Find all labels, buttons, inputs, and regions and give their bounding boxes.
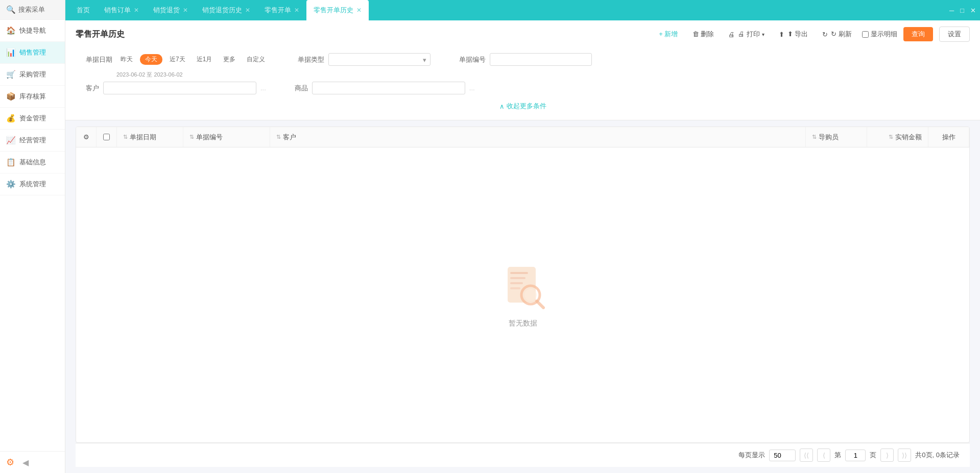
date-btn-yesterday[interactable]: 昨天 bbox=[116, 54, 137, 65]
money-icon: 💰 bbox=[6, 114, 15, 123]
window-maximize-btn[interactable]: □ bbox=[960, 7, 964, 14]
tab-sales-order-close[interactable]: ✕ bbox=[134, 7, 139, 14]
th-date-label: 单据日期 bbox=[130, 133, 156, 142]
th-settings[interactable]: ⚙ bbox=[76, 127, 97, 147]
sidebar-item-label: 基础信息 bbox=[19, 158, 46, 167]
add-button[interactable]: + 新增 bbox=[655, 28, 682, 41]
window-close-btn[interactable]: ✕ bbox=[970, 7, 976, 14]
first-page-btn[interactable]: ⟨⟨ bbox=[800, 449, 813, 462]
tab-sales-return[interactable]: 销货退货 ✕ bbox=[146, 0, 195, 20]
svg-rect-4 bbox=[510, 287, 520, 289]
filter-row-1: 单据日期 昨天 今天 近7天 近1月 更多 自定义 单据类型 bbox=[86, 53, 960, 66]
tabs-bar: 首页 销售订单 ✕ 销货退货 ✕ 销货退货历史 ✕ 零售开单 ✕ 零售开单历史 … bbox=[65, 0, 980, 20]
tab-sales-return-close[interactable]: ✕ bbox=[183, 7, 188, 14]
date-btn-custom[interactable]: 自定义 bbox=[243, 54, 269, 65]
collapse-sidebar-icon[interactable]: ◀ bbox=[22, 458, 29, 467]
tab-retail-open-history-label: 零售开单历史 bbox=[314, 6, 353, 15]
order-type-select[interactable] bbox=[328, 53, 431, 66]
print-dropdown-icon: ▾ bbox=[762, 32, 764, 37]
toolbar: + 新增 🗑 删除 🖨 🖨 打印 ▾ ⬆ ⬆ 导出 ↻ ↻ 刷新 bbox=[655, 27, 970, 42]
search-menu-item[interactable]: 🔍 搜索采单 bbox=[0, 0, 65, 20]
date-btn-more[interactable]: 更多 bbox=[219, 54, 240, 65]
tab-sales-return-history-label: 销货退货历史 bbox=[202, 6, 242, 15]
order-type-label: 单据类型 bbox=[298, 55, 324, 64]
page-title-row: 零售开单历史 + 新增 🗑 删除 🖨 🖨 打印 ▾ ⬆ ⬆ 导出 ↻ bbox=[76, 27, 970, 42]
collapse-icon: ∧ bbox=[499, 103, 505, 110]
goods-input[interactable] bbox=[312, 82, 465, 94]
th-customer-label: 客户 bbox=[283, 133, 296, 142]
tab-sales-return-history-close[interactable]: ✕ bbox=[245, 7, 250, 14]
tab-home-label: 首页 bbox=[77, 6, 90, 15]
trend-icon: 📈 bbox=[6, 136, 15, 145]
page-number-input[interactable] bbox=[845, 450, 866, 461]
table-header: ⚙ ⇅ 单据日期 ⇅ 单据编号 ⇅ 客户 bbox=[76, 127, 969, 147]
tab-home[interactable]: 首页 bbox=[69, 0, 97, 20]
th-amount[interactable]: ⇅ 实销金额 bbox=[867, 127, 928, 147]
filter-dates: 昨天 今天 近7天 近1月 更多 自定义 bbox=[116, 54, 269, 65]
page-label-suffix: 页 bbox=[870, 451, 876, 460]
export-button[interactable]: ⬆ ⬆ 导出 bbox=[775, 28, 812, 41]
prev-page-btn[interactable]: ⟨ bbox=[817, 449, 830, 462]
select-all-checkbox[interactable] bbox=[103, 134, 110, 140]
customer-filter: 客户 ... bbox=[86, 82, 266, 94]
refresh-icon: ↻ bbox=[822, 31, 828, 38]
print-icon: 🖨 bbox=[728, 31, 735, 38]
query-button[interactable]: 查询 bbox=[903, 27, 933, 41]
date-btn-7days[interactable]: 近7天 bbox=[165, 54, 189, 65]
filter-row-2: 客户 ... 商品 ... bbox=[86, 82, 960, 94]
order-no-input[interactable] bbox=[490, 53, 592, 66]
tab-retail-open-label: 零售开单 bbox=[265, 6, 291, 15]
display-detail-checkbox-label[interactable]: 显示明细 bbox=[862, 30, 897, 39]
th-action-label: 操作 bbox=[942, 133, 955, 142]
print-button[interactable]: 🖨 🖨 打印 ▾ bbox=[724, 28, 769, 41]
settings-button[interactable]: 设置 bbox=[939, 27, 970, 42]
last-page-btn[interactable]: ⟩⟩ bbox=[898, 449, 911, 462]
sidebar-item-label: 资金管理 bbox=[19, 114, 46, 123]
tab-sales-order-label: 销售订单 bbox=[104, 6, 131, 15]
sidebar-item-stock-calc[interactable]: 📦 库存核算 bbox=[0, 86, 65, 108]
svg-rect-3 bbox=[510, 282, 523, 284]
collapse-filter-btn[interactable]: ∧ 收起更多条件 bbox=[86, 99, 960, 115]
settings-bottom-icon[interactable]: ⚙ bbox=[6, 457, 14, 468]
sidebar-item-operations-mgmt[interactable]: 📈 经营管理 bbox=[0, 130, 65, 152]
date-btn-today[interactable]: 今天 bbox=[140, 54, 162, 65]
sidebar-item-system-mgmt[interactable]: ⚙️ 系统管理 bbox=[0, 173, 65, 195]
date-filter: 单据日期 昨天 今天 近7天 近1月 更多 自定义 bbox=[86, 54, 269, 65]
table-area: ⚙ ⇅ 单据日期 ⇅ 单据编号 ⇅ 客户 bbox=[65, 120, 980, 473]
refresh-button[interactable]: ↻ ↻ 刷新 bbox=[818, 28, 856, 41]
next-page-btn[interactable]: ⟩ bbox=[880, 449, 894, 462]
th-customer[interactable]: ⇅ 客户 bbox=[270, 127, 806, 147]
sidebar-item-finance-mgmt[interactable]: 💰 资金管理 bbox=[0, 108, 65, 130]
tab-retail-open-history[interactable]: 零售开单历史 ✕ bbox=[306, 0, 369, 20]
tab-sales-order[interactable]: 销售订单 ✕ bbox=[97, 0, 146, 20]
table-body: 暂无数据 bbox=[76, 147, 969, 442]
sidebar-item-label: 采购管理 bbox=[19, 70, 46, 79]
th-date[interactable]: ⇅ 单据日期 bbox=[117, 127, 183, 147]
sidebar-item-purchase-mgmt[interactable]: 🛒 采购管理 bbox=[0, 64, 65, 86]
date-btn-1month[interactable]: 近1月 bbox=[193, 54, 217, 65]
window-minimize-btn[interactable]: ─ bbox=[949, 7, 954, 14]
tab-retail-open[interactable]: 零售开单 ✕ bbox=[257, 0, 306, 20]
th-checkbox[interactable] bbox=[97, 127, 117, 147]
date-range-row: 2023-06-02 至 2023-06-02 bbox=[116, 71, 960, 79]
sidebar-item-label: 快捷导航 bbox=[19, 26, 46, 35]
page-size-select[interactable]: 10 20 50 100 bbox=[769, 450, 796, 461]
tab-sales-return-history[interactable]: 销货退货历史 ✕ bbox=[195, 0, 257, 20]
page-title: 零售开单历史 bbox=[76, 29, 125, 40]
goods-dots-btn[interactable]: ... bbox=[469, 84, 475, 92]
th-order-no[interactable]: ⇅ 单据编号 bbox=[183, 127, 270, 147]
sidebar-item-quick-nav[interactable]: 🏠 快捷导航 bbox=[0, 20, 65, 42]
sidebar-item-basic-info[interactable]: 📋 基础信息 bbox=[0, 152, 65, 173]
delete-button[interactable]: 🗑 删除 bbox=[688, 28, 719, 41]
tabs-right: ─ □ ✕ bbox=[949, 7, 976, 14]
date-range-text: 2023-06-02 至 2023-06-02 bbox=[116, 71, 183, 79]
customer-dots-btn[interactable]: ... bbox=[260, 84, 266, 92]
display-detail-checkbox[interactable] bbox=[862, 31, 869, 38]
empty-text: 暂无数据 bbox=[509, 319, 537, 328]
tab-retail-open-history-close[interactable]: ✕ bbox=[356, 7, 362, 14]
customer-input[interactable] bbox=[103, 82, 256, 94]
sidebar-item-sales-mgmt[interactable]: 📊 销售管理 bbox=[0, 42, 65, 64]
sidebar-bottom: ⚙ ◀ bbox=[0, 451, 65, 473]
tab-retail-open-close[interactable]: ✕ bbox=[294, 7, 299, 14]
th-guide[interactable]: ⇅ 导购员 bbox=[806, 127, 867, 147]
